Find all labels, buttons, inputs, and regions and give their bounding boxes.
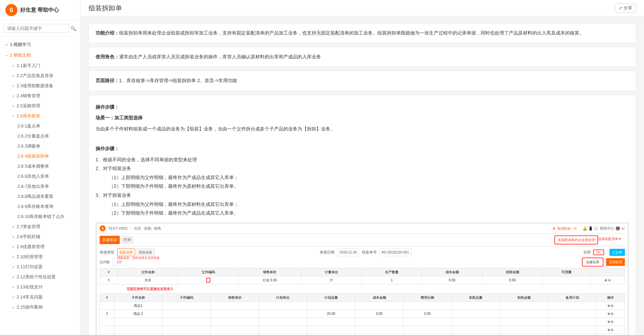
sidebar-sub-label: 2.15操作案例 [17, 304, 43, 310]
sidebar-item-print[interactable]: + 2.11打印设置 [0, 262, 80, 272]
sidebar-leaf-label: 2.6.3调拨单 [17, 143, 40, 149]
cell-reserve [548, 310, 596, 318]
sidebar-item-newbie[interactable]: + 2.1新手入门 [0, 61, 80, 71]
annotation-bom-text: 有装配清单的在这里处理 [558, 238, 595, 242]
type-assembly[interactable]: 组装业务 组装业务、拆卸业务在这里切换 [117, 248, 135, 256]
enable-processing-btn[interactable]: 启用处理 [606, 258, 625, 266]
cell-child-name: 商品1 [114, 301, 162, 310]
path-content: 1、库存核算->库存管理->组装拆卸单 2、首页->常用功能 [119, 78, 237, 83]
share-label: 分享 [624, 5, 632, 11]
search-button[interactable]: 🔍 [70, 26, 76, 31]
app-forecast-btn[interactable]: ▶ 预测数据一天 [553, 225, 577, 232]
cell-op2: ⊕ ⊖ [596, 310, 625, 318]
app-tab-new[interactable]: 新建单据 [100, 236, 120, 244]
form-row-count: 总件数 1斤 仓储仓库 启用处理 [100, 258, 625, 267]
path-text: 页面路径：1、库存核算->库存管理->组装拆卸单 2、首页->常用功能 [96, 76, 629, 85]
cell-op2: ⊕ ⊖ [596, 301, 625, 310]
sidebar-item-ledger-query[interactable]: 2.6.9库存账本查询 [0, 202, 80, 212]
th-fee: 费用分摊 [404, 293, 452, 301]
cell-price: 行业 9.00 [238, 276, 301, 284]
th-cost2: 成本金额 [355, 293, 404, 301]
sidebar-item-label: 2.帮助文档 [10, 52, 31, 58]
form-value-date[interactable]: 2019-12-26 [337, 248, 359, 256]
main-area: 组装拆卸单 ↗ 分享 功能介绍：组装拆卸单用来处理企业组装或拆卸等加工业务，支持… [80, 0, 644, 335]
cell-no [100, 301, 114, 310]
sidebar-item-purchase[interactable]: + 2.5采购管理 [0, 101, 80, 111]
th-cost: 成本金额 [422, 268, 482, 276]
sidebar-leaf-label: 2.6.4组装拆卸单 [17, 153, 49, 159]
sidebar-item-sales[interactable]: + 2.4销售管理 [0, 91, 80, 101]
enabled-value[interactable]: On [593, 249, 604, 255]
func-intro-box: 功能介绍：组装拆卸单用来处理企业组装或拆卸等加工业务，支持有固定装配清单的产品加… [89, 23, 636, 43]
sidebar-item-cost-recalc[interactable]: 2.6.8商品成本重算 [0, 191, 80, 202]
sidebar-item-faq[interactable]: + 2.14常见问题 [0, 292, 80, 302]
sidebar-item-payment[interactable]: + 2.13在线支付 [0, 282, 80, 292]
table-row: ⊕ ⊖ [100, 326, 625, 334]
th-plan-unit: 计划单位 [259, 293, 307, 301]
sidebar-item-video[interactable]: + 1.视频学习 [0, 39, 80, 50]
sidebar-item-finance[interactable]: + 2.7资金管理 [0, 222, 80, 232]
cell-actual-cost [500, 310, 548, 318]
sidebar-item-other-inbound[interactable]: 2.6.6其他入库单 [0, 171, 80, 181]
sidebar-sub-label: 2.9优惠券管理 [17, 244, 45, 250]
step2-2: （2）下部明细为子件明细，最终作为原材料生成其它出库单。 [109, 182, 629, 191]
app-sub-header: 新建单据 打开 有装配清单的在这里处理 → 选择装配清单▼ [97, 234, 628, 246]
app-nav-purchase[interactable]: 采购 [144, 225, 151, 232]
cell-plan-unit [259, 310, 307, 318]
app-nav-sale[interactable]: 销售 [154, 225, 161, 232]
func-intro-text: 功能介绍：组装拆卸单用来处理企业组装或拆卸等加工业务，支持有固定装配清单的产品加… [96, 29, 629, 37]
sidebar-item-ledger-error[interactable]: 2.6.10库存账本错了么办 [0, 212, 80, 222]
sidebar-item-assembly[interactable]: 2.6.4组装拆卸单 [0, 151, 80, 161]
annotation-type: 组装业务、拆卸业务在这里切换 [117, 255, 160, 261]
sidebar-item-mobile[interactable]: + 2.8手机旺铺 [0, 232, 80, 242]
sidebar-item-transfer[interactable]: 2.6.3调拨单 [0, 141, 80, 151]
app-tab-open[interactable]: 打开 [121, 236, 134, 244]
sidebar-item-cases[interactable]: + 2.15操作案例 [0, 302, 80, 312]
share-button[interactable]: ↗ 分享 [615, 3, 636, 13]
sidebar-sub-label: 2.10经营管理 [17, 254, 43, 260]
th-actual-total: 实耗总量 [451, 293, 500, 301]
logo-text: 好生意 帮助中心 [20, 7, 59, 14]
sidebar-sub-label: 2.2产品安装及登录 [17, 73, 53, 79]
step2-1: （1）上部明细为父件明细，最终作为产成品生成其它入库单； [109, 173, 629, 182]
sidebar-leaf-label: 2.6.2分量盘点单 [17, 133, 49, 139]
content-area: 功能介绍：组装拆卸单用来处理企业组装或拆卸等加工业务，支持有固定装配清单的产品加… [80, 16, 644, 335]
sidebar-item-install[interactable]: + 2.2产品安装及登录 [0, 71, 80, 81]
cell-actual-total [451, 301, 500, 310]
scene1-desc-text: 当由多个子件材料组装成一个成品的业务为【组装】业务，当由一个父件拆分成多个子产品… [96, 126, 335, 131]
sidebar-item-other-outbound[interactable]: 2.6.7其他出库单 [0, 181, 80, 191]
ops-label: 操作步骤： [96, 103, 629, 112]
warehouse-label: 仓储仓库 [586, 260, 599, 264]
cell-actual-cost [500, 301, 548, 310]
sidebar-sub-label: 2.8手机旺铺 [17, 234, 40, 240]
role-content: 通常由生产人员或库管人员完成拆装业务的操作，库管人员确认原材料的出库和产成品的入… [119, 54, 321, 59]
sidebar-item-coupon[interactable]: + 2.9优惠券管理 [0, 242, 80, 252]
sidebar-item-data-prep[interactable]: + 2.3使用前数据准备 [0, 81, 80, 91]
form-value-docno[interactable]: AD-20191226-001 [379, 248, 412, 256]
type-disassembly[interactable]: 拆卸业务 [137, 248, 155, 256]
step3: 3、对于拆装业务 [96, 191, 629, 200]
warehouse-select[interactable]: 仓储仓库 [582, 258, 603, 267]
search-input[interactable] [4, 24, 69, 33]
path-label: 页面路径： [96, 78, 119, 83]
sidebar-item-settings[interactable]: + 2.12系统个性化设置 [0, 272, 80, 282]
sidebar-sub-label: 2.12系统个性化设置 [17, 274, 56, 280]
confirm-button[interactable]: 立定单 [609, 249, 625, 256]
th-actual-cost: 实耗金额 [500, 293, 548, 301]
cell-cost2 [355, 301, 404, 310]
th-op [590, 268, 625, 276]
app-logo-small: 6 [100, 225, 106, 231]
table-row: ⊕ ⊖ [100, 318, 625, 326]
ops-steps-label: 操作步骤： [96, 144, 629, 153]
annotation-no-bom: 无固定清单可以直接在这里录入 [126, 286, 173, 292]
sidebar-item-partial-stocktake[interactable]: 2.6.2分量盘点单 [0, 131, 80, 141]
sidebar-item-cost-adjust[interactable]: 2.6.5成本调整单 [0, 161, 80, 171]
parent-code-highlight[interactable] [206, 278, 210, 283]
sidebar-item-inventory[interactable]: − 2.6库存核算 [0, 111, 80, 121]
sidebar-item-stocktake[interactable]: 2.6.1盘点单 [0, 121, 80, 131]
search-box: 🔍 [0, 20, 80, 37]
sidebar-item-operations[interactable]: + 2.10经营管理 [0, 252, 80, 262]
app-nav-home[interactable]: 自页 [134, 225, 141, 232]
cell-parent-code [178, 276, 238, 284]
sidebar-item-docs[interactable]: − 2.帮助文档 [0, 50, 80, 61]
